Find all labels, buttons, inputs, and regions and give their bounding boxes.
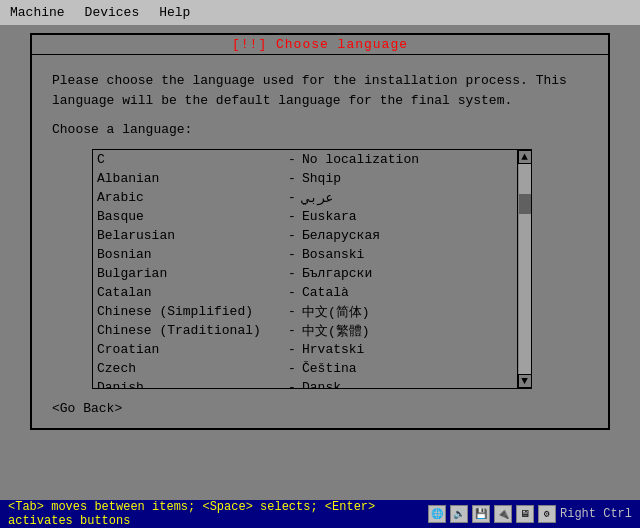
dialog-intro: Please choose the language used for the …	[52, 71, 588, 110]
lang-sep: -	[282, 152, 302, 167]
usb-icon: 🔌	[494, 505, 512, 523]
monitor-icon: 🖥	[516, 505, 534, 523]
lang-row[interactable]: C-No localization	[93, 150, 517, 169]
scroll-thumb[interactable]	[519, 194, 531, 214]
lang-row[interactable]: Danish-Dansk	[93, 378, 517, 388]
hdd-icon: 💾	[472, 505, 490, 523]
lang-name: Chinese (Traditional)	[97, 323, 282, 338]
lang-native: Български	[302, 266, 513, 281]
dialog-actions: <Go Back>	[32, 397, 608, 428]
menubar: Machine Devices Help	[0, 0, 640, 25]
choose-language-dialog: [!!] Choose language Please choose the l…	[30, 33, 610, 430]
dialog-title: [!!] Choose language	[32, 35, 608, 55]
lang-native: Čeština	[302, 361, 513, 376]
lang-sep: -	[282, 380, 302, 388]
lang-native: 中文(繁體)	[302, 322, 513, 340]
lang-native: Shqip	[302, 171, 513, 186]
lang-name: Arabic	[97, 190, 282, 205]
lang-name: Albanian	[97, 171, 282, 186]
lang-name: C	[97, 152, 282, 167]
lang-row[interactable]: Bulgarian-Български	[93, 264, 517, 283]
lang-name: Croatian	[97, 342, 282, 357]
statusbar: <Tab> moves between items; <Space> selec…	[0, 500, 640, 528]
dialog-body: Please choose the language used for the …	[32, 55, 608, 149]
lang-name: Chinese (Simplified)	[97, 304, 282, 319]
lang-row[interactable]: Chinese (Simplified)-中文(简体)	[93, 302, 517, 321]
lang-row[interactable]: Chinese (Traditional)-中文(繁體)	[93, 321, 517, 340]
lang-sep: -	[282, 266, 302, 281]
scroll-up-arrow[interactable]: ▲	[518, 150, 532, 164]
scroll-track	[519, 164, 531, 374]
lang-sep: -	[282, 323, 302, 338]
lang-name: Catalan	[97, 285, 282, 300]
statusbar-text: <Tab> moves between items; <Space> selec…	[8, 500, 428, 528]
lang-name: Bosnian	[97, 247, 282, 262]
menu-help[interactable]: Help	[153, 3, 196, 22]
lang-native: Bosanski	[302, 247, 513, 262]
lang-row[interactable]: Czech-Čeština	[93, 359, 517, 378]
lang-native: Dansk	[302, 380, 513, 388]
lang-sep: -	[282, 361, 302, 376]
menu-devices[interactable]: Devices	[79, 3, 146, 22]
scroll-down-arrow[interactable]: ▼	[518, 374, 532, 388]
lang-row[interactable]: Bosnian-Bosanski	[93, 245, 517, 264]
lang-name: Bulgarian	[97, 266, 282, 281]
lang-row[interactable]: Croatian-Hrvatski	[93, 340, 517, 359]
lang-native: Hrvatski	[302, 342, 513, 357]
lang-native: Euskara	[302, 209, 513, 224]
lang-native: No localization	[302, 152, 513, 167]
go-back-button[interactable]: <Go Back>	[52, 401, 122, 416]
statusbar-icons: 🌐 🔊 💾 🔌 🖥 ⚙	[428, 505, 556, 523]
lang-name: Danish	[97, 380, 282, 388]
lang-sep: -	[282, 171, 302, 186]
lang-native: Беларуская	[302, 228, 513, 243]
lang-name: Czech	[97, 361, 282, 376]
lang-sep: -	[282, 285, 302, 300]
lang-sep: -	[282, 228, 302, 243]
lang-row[interactable]: Albanian-Shqip	[93, 169, 517, 188]
settings-icon: ⚙	[538, 505, 556, 523]
lang-row[interactable]: Belarusian-Беларуская	[93, 226, 517, 245]
lang-native: عربي	[302, 190, 513, 206]
lang-row[interactable]: Catalan-Català	[93, 283, 517, 302]
scrollbar[interactable]: ▲ ▼	[517, 150, 531, 388]
language-list-container[interactable]: C-No localizationAlbanian-ShqipArabic-عر…	[92, 149, 532, 389]
lang-native: 中文(简体)	[302, 303, 513, 321]
lang-sep: -	[282, 190, 302, 205]
lang-sep: -	[282, 304, 302, 319]
intro-line1: Please choose the language used for the …	[52, 73, 567, 88]
language-prompt: Choose a language:	[52, 122, 588, 137]
intro-line2: language will be the default language fo…	[52, 93, 512, 108]
lang-name: Belarusian	[97, 228, 282, 243]
language-list[interactable]: C-No localizationAlbanian-ShqipArabic-عر…	[93, 150, 517, 388]
lang-sep: -	[282, 247, 302, 262]
lang-row[interactable]: Basque-Euskara	[93, 207, 517, 226]
terminal-area: [!!] Choose language Please choose the l…	[0, 25, 640, 500]
network-icon: 🌐	[428, 505, 446, 523]
lang-row[interactable]: Arabic-عربي	[93, 188, 517, 207]
menu-machine[interactable]: Machine	[4, 3, 71, 22]
right-ctrl-label: Right Ctrl	[560, 507, 632, 521]
lang-native: Català	[302, 285, 513, 300]
speaker-icon: 🔊	[450, 505, 468, 523]
lang-sep: -	[282, 342, 302, 357]
lang-sep: -	[282, 209, 302, 224]
lang-name: Basque	[97, 209, 282, 224]
